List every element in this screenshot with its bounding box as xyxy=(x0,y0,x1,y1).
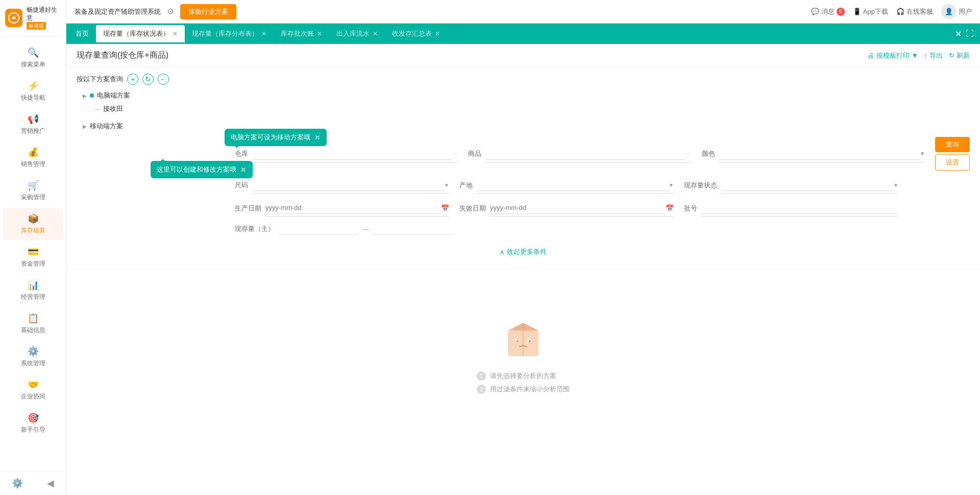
scheme-desktop[interactable]: ▶ 电脑端方案 xyxy=(81,90,970,101)
avatar: 👤 xyxy=(941,4,957,19)
reset-button[interactable]: 设置 xyxy=(935,154,970,171)
app-download-action[interactable]: 📱 App下载 xyxy=(853,7,888,16)
tab-close-inventory-status[interactable]: ✕ xyxy=(173,30,178,37)
headset-icon: 🎧 xyxy=(896,8,904,15)
tooltip2-close[interactable]: ✕ xyxy=(240,166,247,174)
tab-close-distribution[interactable]: ✕ xyxy=(261,30,266,37)
scheme-dot xyxy=(90,93,94,98)
sidebar-item-search[interactable]: 🔍 搜索菜单 xyxy=(3,42,63,74)
scheme-expand-icon: ▶ xyxy=(83,93,87,99)
goods-dots[interactable]: ··· xyxy=(686,150,692,157)
filter-header: 按以下方案查询 + ↻ ← 电脑方案可设为移动方案哦 ✕ xyxy=(77,74,970,85)
tab-inout-flow[interactable]: 出入库流水 ✕ xyxy=(329,25,385,42)
tab-close-summary[interactable]: ✕ xyxy=(435,30,440,37)
scheme-desktop-child-item[interactable]: — 接收田 xyxy=(93,103,970,114)
color-label: 颜色 xyxy=(702,149,715,158)
warehouse-input[interactable] xyxy=(252,148,452,160)
filter-add-button[interactable]: + xyxy=(127,74,138,85)
size-dropdown-icon[interactable]: ▼ xyxy=(444,182,449,188)
stock-status-dropdown-icon[interactable]: ▼ xyxy=(893,182,898,188)
sidebar-item-finance[interactable]: 💳 资金管理 xyxy=(3,241,63,273)
produce-date-calendar-icon[interactable]: 📅 xyxy=(441,204,449,212)
sidebar-item-system[interactable]: ⚙️ 系统管理 xyxy=(3,341,63,373)
tab-bar: 首页 现存量（库存状况表） ✕ 现存量（库存分布表） ✕ 库存批次账 ✕ 出入库… xyxy=(66,23,980,44)
expire-date-field: 失效日期 📅 xyxy=(459,200,674,217)
sidebar: 畅捷通好生意 标准版 🔍 搜索菜单 ⚡ 快捷导航 📢 营销推广 💰 销售管理 xyxy=(0,0,66,495)
stock-main-separator: — xyxy=(362,225,369,233)
sidebar-item-inventory[interactable]: 📦 库存核算 xyxy=(3,208,63,240)
produce-date-field: 生产日期 📅 xyxy=(235,200,449,217)
filter-section: 按以下方案查询 + ↻ ← 电脑方案可设为移动方案哦 ✕ ▶ 电脑端方案 xyxy=(66,67,980,269)
sidebar-item-quick-nav[interactable]: ⚡ 快捷导航 xyxy=(3,75,63,107)
logo-area: 畅捷通好生意 标准版 xyxy=(0,0,66,37)
refresh-button[interactable]: ↻ 刷新 xyxy=(949,51,970,60)
color-input[interactable] xyxy=(719,148,920,160)
color-dropdown-icon[interactable]: ▼ xyxy=(920,151,925,156)
tooltip1-close[interactable]: ✕ xyxy=(314,133,321,142)
stock-status-label: 现存量状态 xyxy=(684,181,717,190)
origin-dropdown-icon[interactable]: ▼ xyxy=(669,182,674,188)
tab-inventory-distribution[interactable]: 现存量（库存分布表） ✕ xyxy=(185,25,274,42)
main-content: 装备及固定资产辅助管理系统 ⚙ 体验行业方案 💬 消息 6 📱 App下载 🎧 … xyxy=(66,0,980,495)
stock-main-to-input[interactable] xyxy=(373,223,453,235)
goods-input[interactable] xyxy=(485,148,685,160)
stock-main-from-input[interactable] xyxy=(279,223,358,235)
finance-icon: 💳 xyxy=(28,246,39,257)
settings-icon[interactable]: ⚙️ xyxy=(12,478,23,489)
header-settings-icon[interactable]: ⚙ xyxy=(167,7,174,16)
size-field: 尺码 ▼ xyxy=(235,177,449,194)
tab-batch-account[interactable]: 库存批次账 ✕ xyxy=(274,25,329,42)
tab-inventory-status[interactable]: 现存量（库存状况表） ✕ xyxy=(96,25,185,42)
print-button[interactable]: 🖨 按模板打印 ▼ xyxy=(868,51,918,60)
sidebar-item-marketing[interactable]: 📢 营销推广 xyxy=(3,108,63,140)
scheme-mobile[interactable]: ▶ 移动端方案 xyxy=(81,121,970,132)
online-support-action[interactable]: 🎧 在线客服 xyxy=(896,7,933,16)
basic-info-icon: 📋 xyxy=(28,313,39,324)
sidebar-nav: 🔍 搜索菜单 ⚡ 快捷导航 📢 营销推广 💰 销售管理 🛒 采购管理 📦 xyxy=(0,37,66,471)
expire-date-input[interactable] xyxy=(490,202,666,214)
inventory-icon: 📦 xyxy=(28,213,39,224)
collapse-up-icon: ∧ xyxy=(500,248,505,256)
sidebar-item-enterprise[interactable]: 🤝 企业协同 xyxy=(3,374,63,406)
empty-step-1: 1 请先选择要分析的方案 xyxy=(477,371,570,381)
user-avatar-action[interactable]: 👤 用户 xyxy=(941,4,972,19)
enterprise-icon: 🤝 xyxy=(28,379,39,390)
sidebar-item-basic-info[interactable]: 📋 基础信息 xyxy=(3,308,63,340)
empty-state: 1 请先选择要分析的方案 2 用过滤条件来缩小分析范围 xyxy=(66,269,980,435)
collapse-icon[interactable]: ◀ xyxy=(47,478,54,489)
tab-bar-actions: ✕ ⛶ xyxy=(955,29,978,39)
search-button[interactable]: 查询 xyxy=(935,137,970,152)
sidebar-item-management[interactable]: 📊 经营管理 xyxy=(3,274,63,307)
goods-label: 商品 xyxy=(468,149,481,158)
stock-status-input[interactable] xyxy=(721,179,893,191)
batch-input[interactable] xyxy=(701,202,898,214)
filter-back-button[interactable]: ← xyxy=(158,74,169,85)
tab-close-batch[interactable]: ✕ xyxy=(317,30,322,37)
tab-expand-icon[interactable]: ⛶ xyxy=(966,29,974,38)
tab-summary[interactable]: 收发存汇总表 ✕ xyxy=(385,25,447,42)
message-action[interactable]: 💬 消息 6 xyxy=(811,7,845,16)
trial-button[interactable]: 体验行业方案 xyxy=(180,4,236,19)
marketing-icon: 📢 xyxy=(28,113,39,125)
produce-date-input[interactable] xyxy=(265,202,441,214)
warehouse-dots[interactable]: ··· xyxy=(452,150,458,157)
empty-icon xyxy=(498,310,549,361)
collapse-button[interactable]: ∧ 收起更多条件 xyxy=(500,247,547,256)
origin-input[interactable] xyxy=(477,179,669,191)
sidebar-item-guide[interactable]: 🎯 新手引导 xyxy=(3,407,63,439)
sidebar-item-purchase[interactable]: 🛒 采购管理 xyxy=(3,175,63,207)
page-header: 现存量查询(按仓库+商品) 🖨 按模板打印 ▼ ↑ 导出 ↻ 刷新 xyxy=(66,44,980,67)
sidebar-item-sales[interactable]: 💰 销售管理 xyxy=(3,142,63,174)
tab-home[interactable]: 首页 xyxy=(68,25,96,42)
size-input[interactable] xyxy=(252,179,444,191)
filter-refresh-button[interactable]: ↻ xyxy=(142,74,154,85)
page-title: 现存量查询(按仓库+商品) xyxy=(77,50,168,61)
tab-close-inout[interactable]: ✕ xyxy=(373,30,378,37)
scheme-desktop-child: — 接收田 xyxy=(93,103,970,114)
print-icon: 🖨 xyxy=(868,52,874,59)
page-content: 现存量查询(按仓库+商品) 🖨 按模板打印 ▼ ↑ 导出 ↻ 刷新 xyxy=(66,44,980,495)
page-actions: 🖨 按模板打印 ▼ ↑ 导出 ↻ 刷新 xyxy=(868,51,970,60)
tab-close-all-icon[interactable]: ✕ xyxy=(955,29,962,39)
export-button[interactable]: ↑ 导出 xyxy=(924,51,943,60)
expire-date-calendar-icon[interactable]: 📅 xyxy=(666,204,674,212)
